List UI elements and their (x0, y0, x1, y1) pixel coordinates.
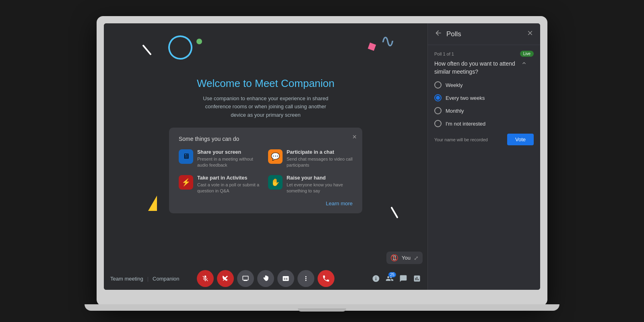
deco-ring (165, 32, 196, 63)
meeting-info-button[interactable] (372, 275, 380, 283)
raise-hand-desc: Let everyone know you have something to … (287, 182, 353, 194)
info-grid: 🖥 Share your screen Present in a meeting… (179, 149, 353, 194)
chat-panel-button[interactable] (399, 275, 407, 283)
poll-note: Your name will be recorded (434, 137, 488, 142)
main-area: ∿ Welcome to Meet Companion Use companio… (104, 23, 427, 290)
radio-inner-biweekly (436, 96, 440, 100)
share-screen-icon: 🖥 (179, 149, 193, 164)
polls-panel: Polls Poll 1 of 1 Live How often do you … (427, 23, 540, 290)
poll-option-biweekly[interactable]: Every two weeks (434, 94, 534, 101)
list-item: 🖥 Share your screen Present in a meeting… (179, 149, 263, 169)
activities-panel-button[interactable] (413, 275, 421, 283)
camera-off-button[interactable] (217, 270, 234, 287)
captions-button[interactable] (277, 270, 294, 287)
poll-footer: Your name will be recorded Vote (434, 134, 534, 145)
vote-button[interactable]: Vote (507, 134, 534, 145)
learn-more-link[interactable]: Learn more (326, 200, 353, 206)
poll-question: How often do you want to attend similar … (434, 60, 534, 76)
poll-collapse-button[interactable] (521, 60, 527, 68)
more-options-button[interactable] (297, 270, 314, 287)
deco-stick1 (142, 44, 152, 55)
welcome-title: Welcome to Meet Companion (197, 77, 334, 90)
radio-monthly (434, 107, 442, 114)
polls-header: Polls (428, 23, 540, 45)
polls-close-button[interactable] (526, 29, 534, 39)
poll-option-label-weekly: Weekly (446, 82, 462, 88)
info-card: Some things you can do × 🖥 Share your sc… (169, 128, 362, 214)
raise-hand-icon: ✋ (268, 175, 283, 190)
learn-more-row: Learn more (179, 200, 353, 207)
deco-yellow (148, 196, 157, 211)
welcome-area: ∿ Welcome to Meet Companion Use companio… (104, 23, 427, 267)
radio-not-interested (434, 120, 442, 127)
end-call-button[interactable] (318, 270, 334, 287)
poll-option-label-biweekly: Every two weeks (446, 95, 485, 101)
present-button[interactable] (237, 270, 254, 287)
activities-icon: ⚡ (179, 175, 193, 190)
you-tile: 📵 You ⤢ (386, 252, 423, 264)
poll-option-monthly[interactable]: Monthly (434, 107, 534, 114)
screen-content: ∿ Welcome to Meet Companion Use companio… (104, 23, 540, 290)
activities-desc: Cast a vote in a poll or submit a questi… (197, 182, 263, 194)
list-item: 💬 Participate in a chat Send chat messag… (268, 149, 353, 169)
chat-icon: 💬 (268, 149, 283, 164)
raise-hand-title: Raise your hand (287, 175, 353, 181)
laptop-shell: ∿ Welcome to Meet Companion Use companio… (97, 16, 547, 306)
polls-body: Poll 1 of 1 Live How often do you want t… (428, 45, 540, 290)
toolbar: Team meeting | Companion (104, 267, 427, 290)
people-count-badge: 25 (388, 272, 396, 277)
raise-hand-button[interactable] (257, 270, 274, 287)
mute-button[interactable] (197, 270, 214, 287)
poll-question-row: How often do you want to attend similar … (434, 60, 534, 76)
poll-options: Weekly Every two weeks Monthly (434, 81, 534, 127)
polls-back-button[interactable] (434, 29, 442, 39)
laptop-base (85, 304, 559, 311)
toolbar-right: 25 (372, 275, 421, 283)
share-screen-title: Share your screen (197, 149, 263, 155)
toolbar-center (197, 270, 334, 287)
poll-option-label-monthly: Monthly (446, 108, 464, 114)
share-screen-desc: Present in a meeting without audio feedb… (197, 156, 263, 169)
camera-off-icon: 📵 (390, 254, 398, 262)
deco-green-dot (196, 39, 202, 44)
people-button[interactable]: 25 (386, 275, 394, 283)
companion-label: Companion (153, 276, 180, 282)
laptop-screen: ∿ Welcome to Meet Companion Use companio… (104, 23, 540, 290)
meeting-name-label: Team meeting (110, 276, 143, 282)
live-badge: Live (520, 51, 534, 57)
list-item: ⚡ Take part in Activites Cast a vote in … (179, 175, 263, 194)
info-card-title: Some things you can do (179, 136, 353, 142)
polls-title: Polls (446, 30, 522, 38)
poll-meta: Poll 1 of 1 Live (434, 51, 534, 57)
list-item: ✋ Raise your hand Let everyone know you … (268, 175, 353, 194)
deco-squiggle: ∿ (380, 31, 395, 52)
deco-stick2 (390, 206, 398, 219)
chat-desc: Send chat messages to video call partici… (287, 156, 353, 169)
radio-biweekly (434, 94, 442, 101)
deco-pink (368, 43, 376, 51)
you-tile-label: You (402, 255, 411, 261)
radio-weekly (434, 81, 442, 89)
separator: | (147, 276, 149, 282)
info-card-close-button[interactable]: × (352, 133, 357, 140)
expand-icon[interactable]: ⤢ (414, 255, 419, 261)
poll-option-label-not-interested: I'm not interested (446, 121, 485, 127)
poll-option-not-interested[interactable]: I'm not interested (434, 120, 534, 127)
poll-counter: Poll 1 of 1 (434, 52, 454, 56)
welcome-subtitle: Use companion to enhance your experience… (201, 95, 330, 120)
toolbar-left: Team meeting | Companion (110, 276, 180, 282)
activities-title: Take part in Activites (197, 175, 263, 181)
laptop-notch (298, 308, 346, 312)
poll-option-weekly[interactable]: Weekly (434, 81, 534, 89)
chat-title: Participate in a chat (287, 149, 353, 155)
